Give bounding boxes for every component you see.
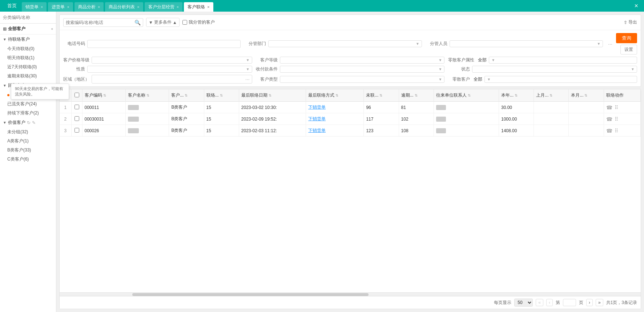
contact-method-link[interactable]: 下销货单	[308, 105, 326, 110]
last-page-btn[interactable]: »	[596, 299, 603, 306]
close-tab-product-analysis[interactable]: ×	[98, 5, 100, 9]
scrollbar-thumb[interactable]	[132, 293, 369, 296]
tab-label: 客户联络	[188, 4, 205, 10]
more-conditions-btn[interactable]: ▼ 更多条件 ▲	[146, 18, 180, 27]
search-submit-icon[interactable]: 🔍	[134, 20, 141, 25]
my-customers-checkbox[interactable]: 我分管的客户	[182, 19, 215, 25]
page-size-select[interactable]: 50 100	[514, 299, 533, 307]
sort-icon[interactable]: ⇅	[379, 93, 382, 97]
action-cell: ☎ ⠿	[604, 102, 640, 113]
chevron-down-icon: ▼	[246, 58, 250, 62]
sort-icon[interactable]: ⇅	[146, 93, 149, 97]
sort-icon[interactable]: ⇅	[468, 93, 471, 97]
sort-icon[interactable]: ⇅	[584, 93, 587, 97]
settings-button[interactable]: 设置	[620, 45, 637, 54]
prev-page-btn[interactable]: ‹	[546, 299, 553, 306]
contact-method-link[interactable]: 下销货单	[308, 128, 326, 133]
query-button[interactable]: 查询	[616, 33, 637, 43]
close-tab-sales-order[interactable]: ×	[41, 5, 43, 9]
close-all-tabs[interactable]: ×	[631, 2, 641, 10]
more-action-icon[interactable]: ⠿	[615, 128, 618, 134]
sidebar-all-customers[interactable]: ⊞ 全部客户 «	[0, 24, 56, 35]
price-level-select[interactable]: ▼	[92, 57, 252, 64]
sidebar-item-7days-pending[interactable]: 近7天待联络(0)	[0, 62, 56, 72]
sidebar-group-pending[interactable]: ▼ 待联络客户	[0, 35, 56, 44]
export-button[interactable]: ⇧ 导出	[624, 19, 637, 25]
close-tab-customer-contact[interactable]: ×	[207, 5, 209, 9]
next-page-btn[interactable]: ›	[586, 299, 593, 306]
sort-icon[interactable]: ⇅	[269, 93, 271, 97]
zero-retail-select[interactable]: ▼	[489, 57, 637, 64]
filter-field-payment: 收付款条件 ▼	[256, 66, 445, 73]
sidebar-item-c-class[interactable]: C类客户(6)	[0, 155, 56, 164]
sidebar-item-ungrouped[interactable]: 未分组(32)	[0, 127, 56, 137]
region-more-icon[interactable]: ···	[245, 76, 250, 82]
sort-icon[interactable]: ⇅	[515, 93, 518, 97]
more-options-icon[interactable]: ···	[608, 41, 612, 47]
tab-purchase-order[interactable]: 进货单 ×	[48, 2, 73, 12]
sidebar-item-overdue-pending[interactable]: 逾期未联络(30)	[0, 72, 56, 81]
sort-icon[interactable]: ⇅	[185, 93, 188, 97]
row-checkbox[interactable]	[75, 116, 79, 121]
sort-icon[interactable]: ⇅	[220, 93, 223, 97]
current-page-input[interactable]: 1	[563, 299, 576, 306]
tab-customer-tier[interactable]: 客户分层经营 ×	[145, 2, 182, 12]
horizontal-scrollbar[interactable]	[60, 292, 641, 296]
my-customers-check[interactable]	[182, 20, 187, 25]
sidebar-item-declining[interactable]: 持续下滑客户(2)	[0, 109, 56, 118]
close-tab-product-analysis-list[interactable]: ×	[137, 5, 139, 9]
contact-action-icon[interactable]: ☎	[606, 128, 612, 134]
close-tab-customer-tier[interactable]: ×	[177, 5, 179, 9]
close-tab-purchase-order[interactable]: ×	[67, 5, 69, 9]
sidebar-item-a-class[interactable]: A类客户(1)	[0, 137, 56, 146]
department-select[interactable]: ▼	[268, 40, 422, 47]
more-action-icon[interactable]: ⠿	[615, 105, 618, 110]
contact-action-icon[interactable]: ☎	[606, 116, 612, 122]
sidebar-group-value[interactable]: ▼ 价值客户 ↻ ✎	[0, 118, 56, 127]
payment-select[interactable]: ▼	[280, 66, 445, 73]
customer-type-select[interactable]: ▼	[280, 76, 445, 83]
sidebar-item-today-pending[interactable]: 今天待联络(0)	[0, 44, 56, 53]
item-label: 持续下滑客户(2)	[7, 110, 39, 116]
sort-icon[interactable]: ⇅	[103, 93, 106, 97]
phone-input[interactable]	[87, 40, 241, 48]
tab-sales-order[interactable]: 销货单 ×	[22, 2, 47, 12]
row-number: 2	[60, 113, 71, 125]
current-month-amount	[569, 113, 604, 125]
row-checkbox[interactable]	[75, 128, 79, 133]
tab-product-analysis-list[interactable]: 商品分析列表 ×	[105, 2, 143, 12]
contact-action-icon[interactable]: ☎	[606, 105, 612, 110]
refresh-icon[interactable]: ↻	[27, 120, 31, 125]
sidebar-item-churned[interactable]: 已流失客户(24)	[0, 100, 56, 109]
manager-select[interactable]: ▼	[450, 40, 603, 47]
filter-field-zero-retail2: 零散客户 全部 ▼	[448, 76, 637, 83]
status-select[interactable]: ▼	[472, 66, 637, 73]
more-action-icon[interactable]: ⠿	[615, 116, 618, 122]
filter-row-3: 性质 ▼ 收付款条件 ▼ 状态	[63, 66, 637, 73]
first-page-btn[interactable]: «	[536, 299, 543, 306]
contact-method-link[interactable]: 下销货单	[308, 116, 326, 121]
sort-icon[interactable]: ⇅	[550, 93, 552, 97]
item-label: 已流失客户(24)	[7, 101, 37, 107]
select-all-checkbox[interactable]	[75, 93, 79, 97]
tab-product-analysis[interactable]: 商品分析 ×	[75, 2, 104, 12]
customer-level-select[interactable]: ▼	[280, 57, 445, 64]
customer-search-input[interactable]	[66, 20, 133, 25]
gender-select[interactable]: ▼	[87, 66, 252, 73]
edit-icon[interactable]: ✎	[32, 120, 36, 125]
table-scroll-container[interactable]: ⚙ 客户编码⇅ 客户名称⇅ 客	[60, 89, 641, 292]
group-arrow-icon: ▼	[3, 37, 7, 41]
tab-customer-contact[interactable]: 客户联络 ×	[184, 2, 213, 12]
sidebar-item-tomorrow-pending[interactable]: 明天待联络(1)	[0, 53, 56, 62]
sidebar-item-b-class[interactable]: B类客户(33)	[0, 146, 56, 155]
row-checkbox[interactable]	[75, 105, 79, 109]
page-size-label: 每页显示	[494, 300, 511, 306]
zero-retail2-select[interactable]: ▼	[484, 76, 637, 83]
sidebar-search-input[interactable]	[3, 15, 56, 20]
sort-icon[interactable]: ⇅	[335, 93, 338, 97]
sort-icon[interactable]: ⇅	[415, 93, 418, 97]
item-label: B类客户(33)	[7, 147, 31, 153]
region-select[interactable]: ···	[92, 75, 252, 84]
contact-person-text	[436, 105, 446, 110]
home-tab[interactable]: 首页	[3, 0, 21, 12]
